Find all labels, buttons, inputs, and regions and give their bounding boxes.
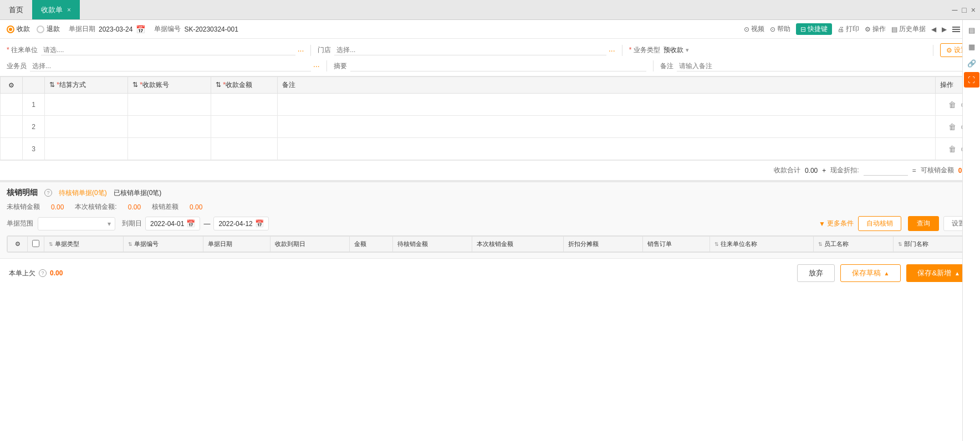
store-input[interactable] (334, 45, 606, 55)
range-label: 单据范围 (7, 219, 33, 228)
row3-settle-cell[interactable] (45, 138, 128, 160)
staff-label: 业务员 (7, 61, 27, 71)
done-tab[interactable]: 已核销单据(0笔) (114, 188, 162, 198)
shortcut-btn[interactable]: ⊟ 快捷键 (796, 23, 832, 35)
row2-account-cell[interactable] (128, 116, 211, 138)
counterparty-label: 往来单位 (7, 45, 38, 55)
receipt-type-group: 收款 退款 (7, 24, 60, 34)
row3-remark-cell[interactable] (278, 138, 936, 160)
nav-prev-icon[interactable]: ◀ (931, 25, 936, 33)
remark-label: 备注 (660, 61, 673, 71)
date-range-field: 到期日 2022-04-01 📅 — 2022-04-12 📅 (122, 217, 812, 230)
calendar-icon[interactable]: 📅 (136, 25, 145, 34)
radio-receive[interactable]: 收款 (7, 24, 30, 34)
sidebar-btn-4[interactable]: ⛶ (964, 72, 979, 88)
radio-refund[interactable]: 退款 (37, 24, 60, 34)
window-maximize-btn[interactable]: □ (962, 6, 966, 14)
print-btn[interactable]: 🖨 打印 (838, 24, 859, 34)
pending-tab[interactable]: 待核销单据(0笔) (59, 188, 107, 198)
footer-label: 本单上欠 (9, 269, 35, 278)
row3-amount-cell[interactable] (211, 138, 278, 160)
store-more-icon[interactable]: ··· (609, 46, 615, 55)
calendar-to-icon[interactable]: 📅 (255, 219, 264, 228)
counterparty-more-icon[interactable]: ··· (298, 46, 304, 55)
row2-delete-icon[interactable]: 🗑 (948, 122, 956, 131)
window-minimize-btn[interactable]: ─ (952, 6, 957, 14)
row3-num-cell: 3 (23, 138, 45, 160)
sidebar-btn-2[interactable]: ▦ (964, 39, 979, 54)
operation-btn[interactable]: ⚙ 操作 (865, 24, 886, 34)
business-type-dropdown-icon[interactable]: ▾ (686, 47, 689, 54)
row3-account-cell[interactable] (128, 138, 211, 160)
summary-input[interactable] (350, 61, 647, 71)
save-draft-btn[interactable]: 保存草稿 ▲ (840, 264, 901, 282)
nav-next-icon[interactable]: ▶ (942, 25, 947, 33)
remark-input[interactable] (677, 61, 973, 71)
staff-input[interactable] (30, 61, 311, 71)
vcol-gear[interactable]: ⚙ (8, 237, 28, 252)
summary-field: 摘要 (334, 61, 647, 71)
footer-info-icon[interactable]: ? (39, 269, 47, 277)
current-verify-label: 本次核销金额: (75, 202, 116, 212)
verify-toolbar: 单据范围 到期日 2022-04-01 📅 — 2022-04-12 📅 (7, 216, 973, 231)
window-close-btn[interactable]: × (971, 6, 976, 14)
video-btn[interactable]: ⊙ 视频 (744, 24, 764, 34)
video-icon: ⊙ (744, 25, 749, 33)
help-btn[interactable]: ⊙ 帮助 (770, 24, 790, 34)
select-all-checkbox[interactable] (32, 240, 39, 247)
footer-value: 0.00 (50, 269, 63, 277)
row1-gear-cell (1, 94, 23, 116)
divider-1 (310, 45, 311, 56)
right-sidebar: ▤ ▦ 🔗 ⛶ (962, 20, 980, 441)
divider-4 (326, 60, 327, 71)
vcol-counterparty: ⇅ 往来单位名称 (710, 237, 814, 252)
vtable-settings-icon[interactable]: ⚙ (15, 240, 21, 247)
query-btn[interactable]: 查询 (908, 216, 939, 231)
vcol-order: 销售订单 (643, 237, 710, 252)
counterparty-field: 往来单位 ··· (7, 45, 304, 55)
row1-delete-icon[interactable]: 🗑 (948, 100, 956, 109)
settings-gear-icon: ⚙ (946, 47, 952, 54)
counterparty-input[interactable] (41, 45, 295, 55)
row2-remark-cell[interactable] (278, 116, 936, 138)
tab-active[interactable]: 收款单 × (32, 0, 80, 19)
col-settings-header[interactable]: ⚙ (1, 77, 23, 94)
verify-section: 核销明细 ? 待核销单据(0笔) 已核销单据(0笔) 未核销金额 0.00 本次… (0, 180, 980, 258)
more-conditions-btn[interactable]: ▼ 更多条件 (819, 219, 854, 228)
business-type-field: 业务类型 预收款 ▾ (629, 45, 926, 55)
staff-more-icon[interactable]: ··· (313, 61, 320, 70)
range-select[interactable] (38, 217, 115, 230)
auto-verify-btn[interactable]: 自动核销 (858, 216, 901, 231)
unverified-value: 0.00 (51, 203, 64, 211)
row1-amount-cell[interactable] (211, 94, 278, 116)
tab-bar-controls: ─ □ × (952, 6, 980, 14)
save-new-btn[interactable]: 保存&新增 ▲ (906, 264, 971, 282)
row3-delete-icon[interactable]: 🗑 (948, 145, 956, 153)
table-settings-icon[interactable]: ⚙ (8, 81, 14, 89)
discount-input[interactable] (864, 165, 908, 176)
col-num-header (23, 77, 45, 94)
summary-row: 收款合计 0.00 + 现金折扣: = 可核销金额 0.00 (0, 160, 980, 180)
sidebar-btn-3[interactable]: 🔗 (964, 55, 979, 71)
tab-home[interactable]: 首页 (0, 0, 32, 19)
vcol-check[interactable] (28, 237, 44, 252)
tab-close-icon[interactable]: × (67, 6, 71, 14)
sidebar-btn-1[interactable]: ▤ (964, 22, 979, 38)
vcol-staff: ⇅ 员工名称 (814, 237, 893, 252)
abandon-btn[interactable]: 放弃 (797, 264, 835, 282)
verify-info-icon[interactable]: ? (44, 189, 52, 197)
row1-settle-cell[interactable] (45, 94, 128, 116)
row2-amount-cell[interactable] (211, 116, 278, 138)
menu-icon[interactable] (952, 27, 960, 32)
row1-account-cell[interactable] (128, 94, 211, 116)
calendar-from-icon[interactable]: 📅 (186, 219, 195, 228)
history-btn[interactable]: ▤ 历史单据 (891, 24, 926, 34)
date-range-dash: — (203, 220, 210, 228)
row1-remark-cell[interactable] (278, 94, 936, 116)
verify-table-wrap: ⚙ ⇅ 单据类型 ⇅ 单据编号 单据日期 收款到期日 金额 待核销金额 本次核销… (7, 235, 973, 253)
table-row: 3 🗑 ⊕ (1, 138, 980, 160)
total-label: 收款合计 (774, 166, 800, 175)
date-from-field: 2022-04-01 📅 (145, 217, 200, 230)
row2-settle-cell[interactable] (45, 116, 128, 138)
plus-sign: + (822, 167, 826, 175)
